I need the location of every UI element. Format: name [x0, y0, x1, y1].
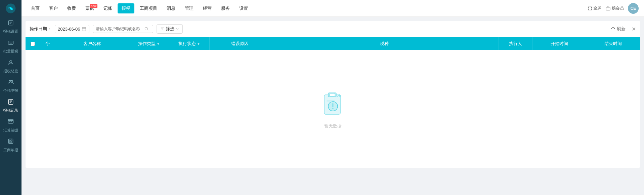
panel-toolbar: 操作日期： 2023-06-06	[26, 21, 640, 37]
calendar-icon	[82, 27, 86, 31]
th-end-time: 结束时间	[586, 37, 640, 50]
svg-point-9	[10, 61, 12, 63]
nav-home[interactable]: 首页	[27, 3, 44, 13]
op-type-sort-icon: ▼	[157, 42, 160, 46]
th-start-time: 开始时间	[532, 37, 586, 50]
sidebar-item-settlement[interactable]: 汇算清缴	[0, 115, 22, 135]
date-label: 操作日期：	[30, 26, 51, 32]
search-box	[93, 25, 153, 33]
tax-settings-icon	[7, 20, 14, 28]
nav-operations[interactable]: 经营	[199, 3, 216, 13]
svg-rect-22	[11, 140, 12, 141]
nav-settings[interactable]: 设置	[235, 3, 252, 13]
svg-point-39	[332, 108, 333, 109]
svg-rect-35	[330, 93, 335, 96]
svg-point-30	[145, 27, 147, 30]
date-value: 2023-06-06	[58, 27, 80, 32]
member-icon	[605, 6, 611, 11]
member-label: 畅会员	[612, 5, 624, 11]
sidebar-label-annual-report: 工商年报	[3, 148, 18, 152]
table-body: 暂无数据	[26, 50, 640, 168]
sidebar-item-personal-tax[interactable]: 个税申报	[0, 76, 22, 96]
topnav: 首页 客户 收费 票据 new 记账 报税 工商项目 消息 管理 经营 服务 设…	[22, 0, 644, 17]
tax-records-icon	[7, 99, 14, 107]
svg-line-31	[147, 30, 148, 31]
topnav-items: 首页 客户 收费 票据 new 记账 报税 工商项目 消息 管理 经营 服务 设…	[27, 3, 588, 13]
svg-rect-21	[9, 140, 10, 141]
search-icon	[144, 27, 149, 31]
sidebar-logo	[0, 0, 22, 17]
nav-customer[interactable]: 客户	[45, 3, 62, 13]
personal-tax-icon	[7, 79, 14, 87]
sidebar-item-batch-tax[interactable]: 批量报税	[0, 37, 22, 56]
table-header: 客户名称 操作类型 ▼ 执行状态 ▼ 错误原因 税种 执行人 开始时间 结束时间	[26, 37, 640, 50]
tax-overview-icon	[7, 59, 14, 68]
th-status[interactable]: 执行状态 ▼	[169, 37, 210, 50]
svg-rect-20	[8, 139, 13, 143]
chevron-down-icon	[176, 27, 179, 31]
search-input[interactable]	[96, 27, 143, 31]
th-settings[interactable]	[40, 37, 55, 50]
nav-services[interactable]: 服务	[217, 3, 234, 13]
svg-rect-16	[8, 120, 13, 124]
sidebar: 报税设置 批量报税 报税总览	[0, 0, 22, 195]
filter-icon	[160, 27, 164, 31]
th-tax-type: 税种	[270, 37, 499, 50]
sidebar-item-tax-overview[interactable]: 报税总览	[0, 56, 22, 76]
main-area: 首页 客户 收费 票据 new 记账 报税 工商项目 消息 管理 经营 服务 设…	[22, 0, 644, 195]
member-btn[interactable]: 畅会员	[605, 5, 624, 11]
nav-messages[interactable]: 消息	[163, 3, 179, 13]
refresh-button[interactable]: 刷新	[611, 26, 626, 32]
refresh-label: 刷新	[617, 26, 626, 32]
sidebar-item-tax-records[interactable]: 报税记录	[0, 96, 22, 116]
nav-invoice[interactable]: 票据 new	[81, 3, 98, 13]
user-initials: CE	[631, 6, 636, 11]
nav-accounts[interactable]: 记账	[99, 3, 116, 13]
th-op-type[interactable]: 操作类型 ▼	[129, 37, 169, 50]
annual-report-icon	[7, 138, 14, 147]
content: 操作日期： 2023-06-06	[22, 17, 644, 195]
close-button[interactable]: ✕	[632, 26, 636, 32]
svg-point-11	[11, 80, 13, 82]
date-picker[interactable]: 2023-06-06	[55, 25, 89, 33]
svg-rect-6	[8, 41, 13, 44]
th-executor: 执行人	[499, 37, 532, 50]
fullscreen-icon	[588, 6, 592, 11]
nav-tax[interactable]: 报税	[118, 3, 134, 13]
sidebar-label-tax-settings: 报税设置	[3, 29, 18, 34]
topnav-right: 全屏 畅会员 CE	[588, 3, 639, 14]
empty-illustration	[319, 89, 346, 119]
sidebar-label-batch-tax: 批量报税	[3, 49, 18, 53]
filter-button[interactable]: 筛选	[157, 24, 183, 34]
svg-rect-25	[606, 7, 610, 10]
th-customer: 客户名称	[55, 37, 129, 50]
svg-rect-12	[8, 99, 13, 104]
settings-icon	[45, 41, 50, 46]
nav-management[interactable]: 管理	[181, 3, 198, 13]
fullscreen-label: 全屏	[593, 5, 601, 11]
sidebar-label-tax-overview: 报税总览	[3, 69, 18, 73]
svg-rect-24	[11, 142, 12, 143]
th-checkbox[interactable]	[26, 37, 40, 50]
status-sort-icon: ▼	[197, 42, 200, 46]
user-avatar[interactable]: CE	[628, 3, 639, 14]
svg-point-1	[10, 7, 12, 9]
empty-state: 暂无数据	[319, 89, 346, 129]
sidebar-label-settlement: 汇算清缴	[3, 128, 18, 132]
select-all-checkbox[interactable]	[31, 42, 35, 46]
fullscreen-btn[interactable]: 全屏	[588, 5, 601, 11]
svg-rect-26	[82, 27, 86, 31]
svg-point-32	[47, 43, 48, 44]
nav-commerce[interactable]: 工商项目	[136, 3, 161, 13]
svg-point-10	[9, 80, 11, 82]
sidebar-label-personal-tax: 个税申报	[3, 88, 18, 93]
main-panel: 操作日期： 2023-06-06	[26, 21, 640, 168]
sidebar-item-annual-report[interactable]: 工商年报	[0, 135, 22, 155]
th-error: 错误原因	[210, 37, 270, 50]
sidebar-item-tax-settings[interactable]: 报税设置	[0, 17, 22, 37]
sidebar-label-tax-records: 报税记录	[3, 108, 18, 113]
nav-billing[interactable]: 收费	[63, 3, 80, 13]
refresh-icon	[611, 27, 615, 31]
invoice-badge: new	[90, 4, 97, 8]
empty-text: 暂无数据	[324, 123, 342, 129]
